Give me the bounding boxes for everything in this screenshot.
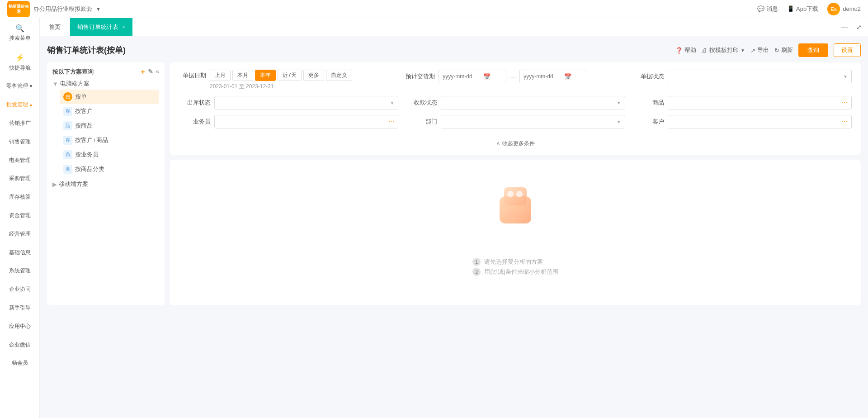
export-btn[interactable]: ↗ 导出	[750, 46, 769, 54]
export-icon: ↗	[750, 47, 755, 54]
scheme-icon-salesman: 员	[63, 150, 72, 159]
sidebar-item-sysadmin[interactable]: 系统管理	[0, 261, 39, 280]
sidebar-item-cooperation[interactable]: 企业协同	[0, 280, 39, 299]
sidebar-item-marketing[interactable]: 营销推广	[0, 114, 39, 133]
filter-goods-group: 商品 ···	[632, 96, 852, 109]
quicknav-icon: ⚡	[2, 53, 38, 63]
date-last-month-btn[interactable]: 上月	[210, 70, 231, 81]
sidebar: 🔍 搜索菜单 ⚡ 快捷导航 零售管理 ▼ 批发管理 ▲ 营销推广 销售管理 电商…	[0, 18, 40, 418]
sidebar-item-quicknav[interactable]: ⚡ 快捷导航	[0, 48, 39, 77]
date-last7-btn[interactable]: 近7天	[278, 70, 302, 81]
scheme-collapse-btn[interactable]: «	[156, 68, 159, 76]
scheme-panel-actions: + ✎ «	[141, 68, 159, 76]
sidebar-item-corpwechat[interactable]: 企业微信	[0, 336, 39, 354]
filter-row-2: 出库状态 ▼ 收款状态 ▼	[179, 96, 852, 109]
help-btn[interactable]: ❓ 帮助	[675, 46, 696, 54]
bill-status-arrow: ▼	[843, 74, 848, 79]
sidebar-item-appcenter[interactable]: 应用中心	[0, 317, 39, 336]
hint-item-2: 2 用[过滤]条件来缩小分析范围	[472, 268, 558, 276]
scheme-item-by-salesman[interactable]: 员 按业务员	[60, 147, 159, 162]
customer-select[interactable]: ···	[668, 115, 852, 128]
scheme-item-by-goods[interactable]: 品 按商品	[60, 119, 159, 133]
date-custom-btn[interactable]: 自定义	[326, 70, 352, 81]
scheme-edit-btn[interactable]: ✎	[148, 68, 153, 76]
hint-num-1: 1	[472, 258, 481, 266]
scheme-add-btn[interactable]: +	[141, 68, 145, 76]
bill-status-select[interactable]: ▼	[668, 70, 852, 83]
sidebar-item-ecommerce[interactable]: 电商管理	[0, 151, 39, 170]
delivery-to-input[interactable]	[524, 73, 564, 80]
dept-select[interactable]: ▼	[441, 115, 625, 128]
receive-status-select[interactable]: ▼	[441, 96, 625, 109]
date-buttons: 上月 本月 本年 近7天 更多 自定义	[210, 70, 352, 81]
sidebar-item-search[interactable]: 🔍 搜索菜单	[0, 18, 39, 48]
goods-select[interactable]: ···	[668, 96, 852, 109]
date-this-month-btn[interactable]: 本月	[232, 70, 253, 81]
app-download-btn[interactable]: 📱 App下载	[787, 5, 818, 13]
filter-customer-group: 客户 ···	[632, 115, 852, 128]
content-area: 首页 销售订单统计表 × — ⤢ 销售订单统计表(按单) ❓ 帮助	[40, 18, 868, 418]
tree-parent-mobile[interactable]: ▶ 移动端方案	[52, 180, 159, 188]
user-menu[interactable]: Ea demo2	[827, 3, 861, 15]
message-btn[interactable]: 💬 消息	[757, 5, 778, 13]
tab-close-btn[interactable]: ×	[122, 24, 125, 30]
sidebar-item-finance[interactable]: 资金管理	[0, 206, 39, 225]
delivery-from-input[interactable]	[443, 73, 483, 80]
date-this-year-btn[interactable]: 本年	[255, 70, 276, 81]
tab-bar-actions: — ⤢	[839, 22, 868, 33]
scheme-icon-customer: 客	[63, 107, 72, 116]
calendar-from-icon[interactable]: 📅	[483, 73, 491, 80]
salesman-select[interactable]: ···	[214, 115, 398, 128]
sidebar-item-member[interactable]: 畅会员	[0, 354, 39, 372]
query-button[interactable]: 查询	[798, 43, 828, 57]
sidebar-item-operations[interactable]: 经营管理	[0, 225, 39, 243]
page-header: 销售订单统计表(按单) ❓ 帮助 🖨 按模板打印 ▼ ↗ 导出	[47, 43, 861, 57]
collapse-btn[interactable]: ∧ 收起更多条件	[496, 140, 534, 147]
sidebar-item-sales[interactable]: 销售管理	[0, 133, 39, 151]
page-main: 按以下方案查询 + ✎ « ▼ 电脑端方案	[47, 62, 861, 305]
ship-label: 出库状态	[179, 99, 211, 107]
app-dropdown-icon[interactable]: ▼	[96, 6, 101, 12]
print-icon: 🖨	[702, 47, 708, 54]
hint-num-2: 2	[472, 268, 481, 276]
sidebar-item-purchase[interactable]: 采购管理	[0, 169, 39, 188]
wholesale-arrow-icon: ▲	[29, 102, 33, 108]
phone-icon: 📱	[787, 5, 794, 12]
topbar-left: 畅捷通好生意 办公用品行业模拟账套 ▼	[7, 1, 101, 17]
page-content: 销售订单统计表(按单) ❓ 帮助 🖨 按模板打印 ▼ ↗ 导出	[40, 36, 868, 418]
tab-minimize-btn[interactable]: —	[839, 22, 850, 33]
tab-home[interactable]: 首页	[40, 18, 70, 36]
date-more-btn[interactable]: 更多	[303, 70, 324, 81]
setting-button[interactable]: 设置	[834, 43, 861, 57]
sidebar-item-basicinfo[interactable]: 基础信息	[0, 243, 39, 262]
scheme-item-by-category[interactable]: 类 按商品分类	[60, 162, 159, 176]
receive-arrow: ▼	[617, 100, 621, 105]
delivery-date-to[interactable]: 📅	[519, 70, 587, 83]
refresh-icon: ↻	[774, 47, 779, 54]
scheme-item-by-customer-goods[interactable]: 客 按客户+商品	[60, 133, 159, 147]
results-card: 1 请先选择要分析的方案 2 用[过滤]条件来缩小分析范围	[170, 160, 861, 305]
ship-arrow: ▼	[390, 100, 394, 105]
scheme-item-by-order[interactable]: 按 按单	[60, 90, 159, 104]
sidebar-item-guide[interactable]: 新手引导	[0, 299, 39, 317]
delivery-date-from[interactable]: 📅	[439, 70, 506, 83]
hint-list: 1 请先选择要分析的方案 2 用[过滤]条件来缩小分析范围	[472, 256, 558, 278]
scheme-tree: ▼ 电脑端方案 按 按单 客 按客户	[52, 80, 159, 188]
tab-active[interactable]: 销售订单统计表 ×	[70, 18, 132, 36]
empty-illustration	[488, 187, 542, 242]
sidebar-item-inventory[interactable]: 库存核算	[0, 188, 39, 206]
refresh-btn[interactable]: ↻ 刷新	[774, 46, 793, 54]
ship-status-select[interactable]: ▼	[214, 96, 398, 109]
right-filter-results: 单据日期 上月 本月 本年 近7天 更多 自定义	[170, 62, 861, 305]
scheme-item-by-customer[interactable]: 客 按客户	[60, 104, 159, 119]
tree-parent-desktop[interactable]: ▼ 电脑端方案	[52, 80, 159, 88]
template-print-btn[interactable]: 🖨 按模板打印 ▼	[702, 46, 745, 54]
tab-maximize-btn[interactable]: ⤢	[854, 22, 864, 33]
date-range-display: 2023-01-01 至 2023-12-31	[179, 83, 398, 90]
robot-head	[504, 187, 527, 205]
calendar-to-icon[interactable]: 📅	[564, 73, 571, 80]
sidebar-item-wholesale[interactable]: 批发管理 ▲	[0, 95, 39, 114]
filter-date-group: 单据日期 上月 本月 本年 近7天 更多 自定义	[179, 70, 398, 90]
sidebar-item-retail[interactable]: 零售管理 ▼	[0, 77, 39, 95]
delivery-label: 预计交货期	[406, 72, 435, 81]
